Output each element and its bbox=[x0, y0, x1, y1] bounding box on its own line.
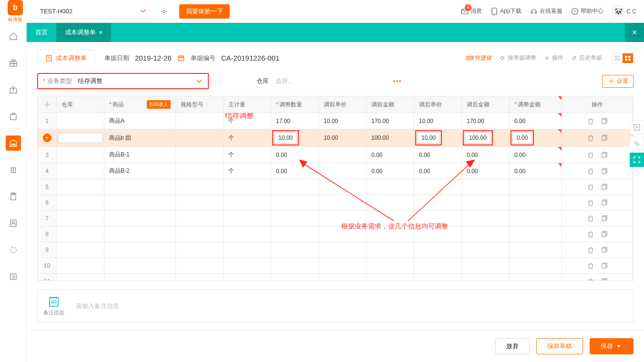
biz-type-select[interactable]: * 业务类型 结存调整 bbox=[37, 73, 209, 89]
post-price-cell[interactable] bbox=[414, 258, 462, 274]
copy-icon[interactable] bbox=[600, 151, 608, 159]
warehouse-select[interactable]: 仓库 选择... bbox=[256, 77, 293, 85]
post-amount-input[interactable]: 100.00 bbox=[465, 132, 491, 144]
post-price-cell[interactable]: 10.00 bbox=[414, 113, 462, 129]
copy-icon[interactable] bbox=[600, 215, 608, 222]
close-icon[interactable]: × bbox=[99, 29, 102, 36]
product-cell[interactable] bbox=[104, 258, 176, 274]
delete-icon[interactable] bbox=[587, 199, 594, 207]
adj-amount-cell[interactable] bbox=[510, 242, 562, 258]
warehouse-input[interactable] bbox=[58, 133, 103, 143]
delete-icon[interactable] bbox=[587, 167, 594, 175]
adj-amount-cell[interactable] bbox=[510, 211, 562, 227]
spec-cell[interactable] bbox=[176, 179, 224, 195]
sidebar-user-doc-icon[interactable] bbox=[6, 216, 21, 231]
spec-cell[interactable] bbox=[176, 129, 224, 147]
save-button[interactable]: 保存 bbox=[590, 338, 634, 354]
product-cell[interactable] bbox=[104, 211, 176, 227]
warehouse-cell[interactable] bbox=[57, 179, 104, 195]
adj-amount-cell[interactable] bbox=[510, 179, 562, 195]
adj-amount-cell[interactable]: 0.00 bbox=[510, 163, 562, 179]
table-row[interactable]: 11 bbox=[38, 274, 633, 281]
adj-amount-input[interactable]: 0.00 bbox=[512, 132, 532, 144]
warehouse-cell[interactable] bbox=[57, 147, 104, 163]
spec-cell[interactable] bbox=[176, 195, 224, 211]
delete-icon[interactable] bbox=[587, 117, 594, 125]
product-cell[interactable]: 商品A bbox=[104, 113, 176, 129]
gear-icon[interactable] bbox=[160, 8, 168, 15]
copy-icon[interactable] bbox=[600, 199, 608, 207]
post-price-cell[interactable] bbox=[414, 274, 462, 281]
table-row[interactable]: +商品b 固个10.0010.00100.0010.00100.000.00 bbox=[38, 129, 633, 147]
tab-home[interactable]: 首页 bbox=[27, 23, 56, 42]
tab-cost-adj[interactable]: 成本调整单 × bbox=[56, 23, 111, 42]
warehouse-cell[interactable] bbox=[57, 195, 104, 211]
product-cell[interactable] bbox=[104, 227, 176, 242]
remark-input[interactable]: 请输入备注信息 bbox=[76, 302, 627, 310]
sidebar-home-icon[interactable] bbox=[6, 29, 21, 44]
adj-amount-cell[interactable]: 0.00 bbox=[510, 147, 562, 163]
adj-amount-cell[interactable] bbox=[510, 274, 562, 281]
float-expand-icon[interactable] bbox=[630, 153, 644, 167]
shortcut-button[interactable]: ⌨快捷键 bbox=[466, 54, 492, 62]
warehouse-cell[interactable] bbox=[57, 163, 104, 179]
sidebar-bag-icon[interactable] bbox=[6, 109, 21, 124]
messages-link[interactable]: 消息 4 bbox=[461, 7, 482, 15]
settings-button[interactable]: 设置 bbox=[602, 75, 634, 88]
scan-badge[interactable]: 扫码录入 bbox=[147, 100, 171, 109]
warehouse-cell[interactable] bbox=[57, 211, 104, 227]
table-row[interactable]: 9 bbox=[38, 242, 633, 258]
copy-icon[interactable] bbox=[600, 167, 608, 175]
app-download-link[interactable]: App下载 bbox=[491, 7, 521, 15]
product-cell[interactable] bbox=[104, 179, 176, 195]
adj-amount-cell[interactable]: 0.00 bbox=[510, 113, 562, 129]
sidebar-money-icon[interactable] bbox=[6, 162, 21, 177]
tab-bar-close[interactable]: × bbox=[625, 23, 644, 42]
sidebar-new-icon[interactable]: 新 bbox=[6, 269, 21, 284]
col-settings-icon[interactable] bbox=[38, 96, 57, 113]
delete-icon[interactable] bbox=[587, 183, 594, 191]
sidebar-warehouse-icon[interactable] bbox=[6, 135, 21, 151]
table-row[interactable]: 10 bbox=[38, 258, 633, 274]
view-list-button[interactable] bbox=[612, 53, 623, 63]
product-cell[interactable]: 商品b 固 bbox=[104, 129, 176, 147]
more-dots-icon[interactable]: ••• bbox=[393, 78, 402, 84]
float-link-icon[interactable] bbox=[630, 136, 644, 151]
product-cell[interactable] bbox=[104, 195, 176, 211]
spec-cell[interactable] bbox=[176, 163, 224, 179]
save-draft-button[interactable]: 保存草稿 bbox=[536, 338, 583, 354]
delete-icon[interactable] bbox=[587, 278, 594, 281]
post-amount-cell[interactable] bbox=[462, 242, 510, 258]
delete-icon[interactable] bbox=[587, 151, 594, 159]
delete-icon[interactable] bbox=[587, 230, 594, 238]
adj-qty-cell[interactable]: 17.00 bbox=[271, 113, 319, 129]
delete-icon[interactable] bbox=[587, 262, 594, 269]
post-amount-cell[interactable]: 170.00 bbox=[462, 113, 510, 129]
float-note-icon[interactable] bbox=[630, 120, 644, 134]
copy-icon[interactable] bbox=[600, 230, 608, 238]
copy-icon[interactable] bbox=[600, 278, 608, 281]
sidebar-cycle-icon[interactable] bbox=[6, 242, 21, 258]
copy-icon[interactable] bbox=[600, 134, 608, 142]
by-bill-button[interactable]: ⟳按单据调整 bbox=[499, 54, 536, 62]
delete-icon[interactable] bbox=[587, 246, 594, 254]
adj-qty-cell[interactable] bbox=[271, 227, 319, 242]
experience-button[interactable]: 我要体验一下 bbox=[179, 4, 230, 19]
copy-icon[interactable] bbox=[600, 183, 608, 191]
post-amount-cell[interactable] bbox=[462, 274, 510, 281]
sidebar-upload-icon[interactable] bbox=[6, 82, 21, 97]
warehouse-cell[interactable] bbox=[57, 113, 104, 129]
table-row[interactable]: 1商品A个17.0010.00170.0010.00170.000.00 bbox=[38, 113, 633, 129]
post-amount-cell[interactable] bbox=[462, 258, 510, 274]
calendar-icon[interactable] bbox=[177, 54, 185, 62]
help-link[interactable]: ? 帮助中心 bbox=[571, 7, 603, 15]
copy-icon[interactable] bbox=[600, 117, 608, 125]
spec-cell[interactable] bbox=[176, 147, 224, 163]
copy-icon[interactable] bbox=[600, 246, 608, 254]
bill-date-value[interactable]: 2019-12-26 bbox=[135, 54, 172, 62]
adj-amount-cell[interactable] bbox=[510, 195, 562, 211]
spec-cell[interactable] bbox=[176, 274, 224, 281]
operate-button[interactable]: ≡操作 bbox=[543, 54, 563, 62]
discard-button[interactable]: 放弃 bbox=[495, 338, 530, 354]
history-button[interactable]: ↺历史单据 bbox=[570, 54, 602, 62]
